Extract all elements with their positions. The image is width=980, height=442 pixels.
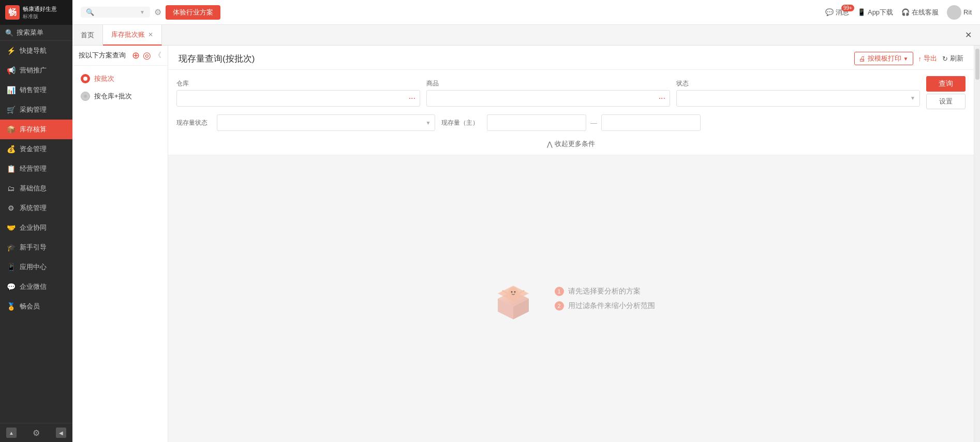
status-dropdown-icon[interactable]: ▼ (910, 95, 915, 101)
add-scheme-icon[interactable]: ⊕ (132, 51, 140, 60)
scheme-list: 按批次 按仓库+批次 (72, 66, 168, 109)
topbar-search-input[interactable] (96, 8, 138, 16)
filter-row-2: 现存量状态 ▼ 现存量（主） — (176, 114, 966, 131)
search-icon: 🔍 (5, 29, 13, 37)
settings-bottom-icon[interactable]: ⚙ (33, 428, 40, 438)
sidebar-item-marketing[interactable]: 📢 营销推广 (0, 61, 72, 80)
query-button[interactable]: 查询 (926, 76, 966, 92)
empty-illustration (487, 273, 539, 325)
nav-menu: ⚡ 快捷导航 📢 营销推广 📊 销售管理 🛒 采购管理 📦 库存核算 💰 资金管… (0, 41, 72, 423)
main-area: 🔍 ▼ ⚙ 体验行业方案 💬 消息 99+ 📱 App下载 🎧 在线客服 (72, 0, 980, 442)
goods-dots-icon[interactable]: ··· (659, 94, 665, 103)
warehouse-dots-icon[interactable]: ··· (409, 94, 415, 103)
scroll-down-button[interactable]: ◀ (56, 428, 66, 438)
app-download-item[interactable]: 📱 App下载 (857, 8, 893, 17)
status-select[interactable]: ▼ (676, 90, 920, 107)
sidebar-item-system[interactable]: ⚙ 系统管理 (0, 198, 72, 218)
goods-input[interactable]: ··· (426, 90, 670, 107)
refresh-icon: ↻ (942, 55, 948, 63)
svg-point-6 (508, 287, 518, 298)
scroll-up-button[interactable]: ▲ (6, 428, 17, 438)
export-button[interactable]: ↑ 导出 (918, 54, 938, 63)
message-icon: 💬 (825, 8, 834, 16)
filter-area: 仓库 ··· 商品 ··· 状态 (168, 70, 974, 155)
sidebar-item-sales[interactable]: 📊 销售管理 (0, 80, 72, 100)
finance-icon: 💰 (6, 144, 16, 154)
right-scrollbar[interactable] (974, 46, 980, 442)
tab-close-button[interactable]: ✕ (148, 32, 153, 38)
collapse-left-icon[interactable]: 《 (154, 51, 161, 60)
panel-close-button[interactable]: ✕ (957, 30, 980, 40)
stock-status-dropdown-icon[interactable]: ▼ (425, 120, 430, 126)
export-icon: ↑ (918, 55, 922, 63)
filter-row-1: 仓库 ··· 商品 ··· 状态 (176, 76, 966, 109)
purchase-icon: 🛒 (6, 105, 16, 114)
sales-icon: 📊 (6, 85, 16, 95)
guide-icon: 🎓 (6, 243, 16, 252)
sidebar-item-apps[interactable]: 📱 应用中心 (0, 257, 72, 277)
marketing-icon: 📢 (6, 66, 16, 75)
content-area: 按以下方案查询 ⊕ ◎ 《 按批次 按仓库 (72, 46, 980, 442)
scheme-by-warehouse-batch[interactable]: 按仓库+批次 (72, 87, 168, 105)
sidebar-item-guide[interactable]: 🎓 新手引导 (0, 238, 72, 257)
stock-qty-from[interactable] (487, 114, 586, 131)
vip-icon: 🏅 (6, 302, 16, 311)
page-title: 现存量查询(按批次) (179, 53, 255, 65)
operation-icon: 📋 (6, 164, 16, 173)
print-button[interactable]: 🖨 按模板打印 ▼ (854, 52, 913, 65)
action-buttons: 查询 设置 (926, 76, 966, 109)
sidebar-item-collab[interactable]: 🤝 企业协同 (0, 218, 72, 238)
phone-icon: 📱 (857, 8, 866, 16)
scheme-dot-inactive (81, 92, 90, 101)
user-avatar (947, 5, 961, 20)
topbar-left: 🔍 ▼ ⚙ 体验行业方案 (81, 5, 820, 20)
stock-quantity-field: 现存量（主） — (441, 114, 700, 131)
print-dropdown-icon[interactable]: ▼ (903, 56, 909, 62)
printer-icon: 🖨 (859, 55, 866, 63)
scheme-settings-icon[interactable]: ◎ (143, 51, 151, 60)
sidebar-item-purchase[interactable]: 🛒 采购管理 (0, 100, 72, 120)
scheme-dot-active (81, 74, 90, 83)
tab-inventory-batch[interactable]: 库存批次账 ✕ (103, 25, 162, 46)
sidebar-item-wechat[interactable]: 💬 企业微信 (0, 277, 72, 297)
svg-point-8 (514, 291, 515, 293)
logo-icon: 畅 (5, 5, 20, 20)
sidebar-bottom: ▲ ⚙ ◀ (0, 423, 72, 442)
tip-1: 1 请先选择要分析的方案 (555, 287, 655, 296)
stock-status-field: 现存量状态 ▼ (176, 114, 435, 131)
logo-text: 畅康通好生意 标准版 (23, 5, 57, 19)
goods-field: 商品 ··· (426, 79, 670, 107)
collapse-up-icon: ⋀ (547, 140, 553, 148)
refresh-button[interactable]: ↻ 刷新 (942, 54, 963, 63)
topbar-settings-icon[interactable]: ⚙ (154, 7, 161, 17)
messages-item[interactable]: 💬 消息 99+ (825, 8, 849, 17)
stock-status-select[interactable]: ▼ (217, 114, 435, 131)
sidebar-item-operation[interactable]: 📋 经营管理 (0, 159, 72, 179)
left-panel-header: 按以下方案查询 ⊕ ◎ 《 (72, 46, 168, 66)
right-main: 现存量查询(按批次) 🖨 按模板打印 ▼ ↑ 导出 ↻ 刷新 (168, 46, 974, 442)
sidebar-item-inventory[interactable]: 📦 库存核算 (0, 120, 72, 139)
app-logo: 畅 畅康通好生意 标准版 (0, 0, 72, 25)
tab-home[interactable]: 首页 (72, 25, 103, 46)
sidebar-item-basic[interactable]: 🗂 基础信息 (0, 179, 72, 198)
scheme-by-batch[interactable]: 按批次 (72, 70, 168, 87)
svg-point-0 (83, 77, 87, 81)
title-actions: 🖨 按模板打印 ▼ ↑ 导出 ↻ 刷新 (854, 52, 963, 65)
sidebar-item-vip[interactable]: 🏅 畅会员 (0, 297, 72, 316)
scrollbar-thumb[interactable] (975, 49, 979, 80)
topbar-dropdown-icon[interactable]: ▼ (140, 9, 145, 15)
collapse-more-button[interactable]: ⋀ 收起更多条件 (176, 136, 966, 152)
wechat-icon: 💬 (6, 282, 16, 291)
left-panel: 按以下方案查询 ⊕ ◎ 《 按批次 按仓库 (72, 46, 168, 442)
trial-button[interactable]: 体验行业方案 (166, 5, 220, 20)
sidebar-item-finance[interactable]: 💰 资金管理 (0, 139, 72, 159)
warehouse-input[interactable]: ··· (176, 90, 420, 107)
sidebar-item-quick-nav[interactable]: ⚡ 快捷导航 (0, 41, 72, 61)
online-service-item[interactable]: 🎧 在线客服 (901, 8, 939, 17)
search-menu[interactable]: 🔍 搜索菜单 (0, 25, 72, 41)
settings-button[interactable]: 设置 (926, 94, 966, 109)
warehouse-field: 仓库 ··· (176, 79, 420, 107)
topbar-search-area[interactable]: 🔍 ▼ (81, 7, 150, 18)
user-profile-item[interactable]: Rit (947, 5, 972, 20)
stock-qty-to[interactable] (601, 114, 701, 131)
